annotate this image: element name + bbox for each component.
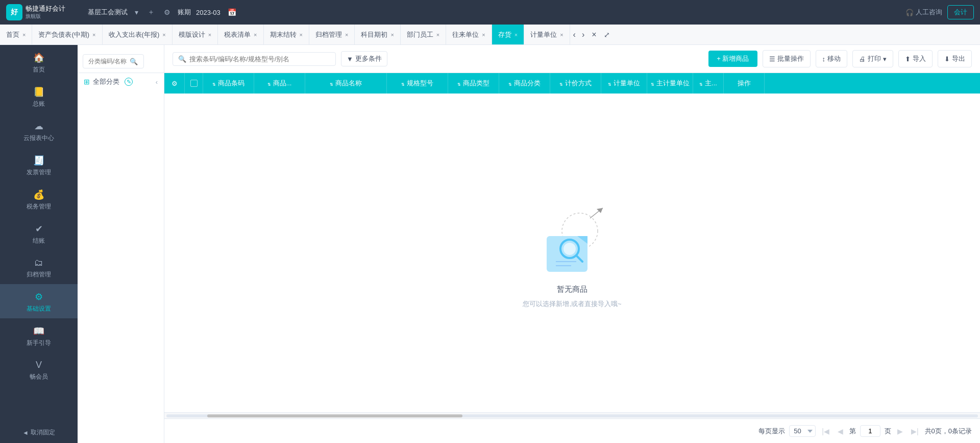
filter-icon: ▼ <box>347 55 353 63</box>
export-button[interactable]: ⬇ 导出 <box>938 50 972 67</box>
tab-income-close[interactable]: × <box>162 32 165 38</box>
scroll-thumb[interactable] <box>207 414 462 417</box>
tab-dept-label: 部门员工 <box>407 30 433 39</box>
sidebar-item-tax[interactable]: 💰 税务管理 <box>0 182 78 216</box>
tab-dept[interactable]: 部门员工 × <box>401 25 446 45</box>
period-value: 2023-03 <box>196 9 220 16</box>
header-checkbox[interactable] <box>190 80 198 87</box>
page-prev-btn[interactable]: ◀ <box>836 426 845 436</box>
th-pricing[interactable]: ⇅ 计价方式 <box>550 73 601 94</box>
category-all[interactable]: ⊞ 全部分类 ✎ ‹ <box>78 73 164 90</box>
batch-operation-button[interactable]: ☰ 批量操作 <box>763 50 811 67</box>
tab-period[interactable]: 期末结转 × <box>264 25 309 45</box>
category-grid-icon: ⊞ <box>84 78 90 86</box>
page-size-select[interactable]: 20 50 100 <box>789 425 816 437</box>
tab-tax-close[interactable]: × <box>254 32 257 38</box>
tab-income[interactable]: 收入支出表(年报) × <box>103 25 173 45</box>
ledger-icon: 📒 <box>33 86 44 98</box>
tab-bar-expand[interactable]: ⤢ <box>601 31 613 39</box>
tab-dept-close[interactable]: × <box>436 32 439 38</box>
tab-balance-close[interactable]: × <box>92 32 95 38</box>
tab-contacts-close[interactable]: × <box>482 32 485 38</box>
tab-home[interactable]: 首页 × <box>0 25 32 45</box>
print-button[interactable]: 🖨 打印 ▾ <box>852 50 893 67</box>
edit-category-icon[interactable]: ✎ <box>125 78 133 86</box>
headphone-icon: 🎧 <box>905 9 914 16</box>
th-main-unit[interactable]: ⇅ 主计量单位 <box>647 73 693 94</box>
tab-unit-close[interactable]: × <box>560 32 563 38</box>
tab-archive[interactable]: 归档管理 × <box>309 25 355 45</box>
th-unit[interactable]: ⇅ 计量单位 <box>601 73 647 94</box>
sidebar-item-ledger[interactable]: 📒 总账 <box>0 79 78 113</box>
tab-archive-close[interactable]: × <box>345 32 348 38</box>
th-checkbox[interactable] <box>185 73 203 94</box>
tab-inventory-close[interactable]: × <box>514 32 518 38</box>
add-tab-icon[interactable]: ＋ <box>145 6 157 19</box>
import-button[interactable]: ⬆ 导入 <box>898 50 933 67</box>
tab-template[interactable]: 模版设计 × <box>173 25 218 45</box>
page-next-btn[interactable]: ▶ <box>895 426 905 436</box>
print-dropdown-icon[interactable]: ▾ <box>883 55 887 63</box>
th-category[interactable]: ⇅ 商品分类 <box>499 73 550 94</box>
tab-nav-prev[interactable]: ‹ <box>570 25 579 45</box>
tab-nav-next[interactable]: › <box>579 25 587 45</box>
table-area: ⚙ ⇅ 商品条码 ⇅ 商品... <box>164 73 980 443</box>
add-product-button[interactable]: + 新增商品 <box>708 51 757 67</box>
close-accounts-icon: ✔ <box>35 223 43 235</box>
sidebar-guide-label: 新手引导 <box>27 339 51 347</box>
sort-barcode-icon: ⇅ <box>212 80 216 87</box>
sidebar-item-close[interactable]: ✔ 结账 <box>0 216 78 250</box>
tab-subject-close[interactable]: × <box>390 32 394 38</box>
total-records: 共0页，0条记录 <box>925 427 972 436</box>
category-search-icon[interactable]: 🔍 <box>130 58 138 65</box>
th-type[interactable]: ⇅ 商品类型 <box>448 73 499 94</box>
scroll-track[interactable] <box>166 414 978 417</box>
kuaiji-button[interactable]: 会计 <box>947 5 974 19</box>
th-name[interactable]: ⇅ 商品名称 <box>305 73 387 94</box>
move-button[interactable]: ↕ 移动 <box>816 50 848 67</box>
tab-unit[interactable]: 计量单位 × <box>524 25 570 45</box>
filter-button[interactable]: ▼ 更多条件 <box>341 51 387 66</box>
page-input[interactable] <box>860 425 880 437</box>
company-name[interactable]: 基层工会测试 <box>88 8 128 17</box>
tab-period-close[interactable]: × <box>300 32 303 38</box>
cancel-fixed-btn[interactable]: ◄ 取消固定 <box>0 422 78 443</box>
main-toolbar: 🔍 ▼ 更多条件 + 新增商品 ☰ 批量操作 ↕ 移动 <box>164 45 980 73</box>
tab-template-close[interactable]: × <box>208 32 211 38</box>
th-spec[interactable]: ⇅ 规格型号 <box>387 73 448 94</box>
arrow-left-icon: ◄ <box>22 429 29 436</box>
human-service-btn[interactable]: 🎧 人工咨询 <box>905 8 942 17</box>
tab-home-close[interactable]: × <box>22 32 26 38</box>
sidebar-item-invoice[interactable]: 🧾 发票管理 <box>0 148 78 182</box>
sidebar-item-settings[interactable]: ⚙ 基础设置 <box>0 284 78 318</box>
sidebar-item-guide[interactable]: 📖 新手引导 <box>0 318 78 353</box>
empty-svg <box>531 198 613 279</box>
th-barcode[interactable]: ⇅ 商品条码 <box>203 73 254 94</box>
th-extra[interactable]: ⇅ 主... <box>693 73 724 94</box>
tab-bar-close[interactable]: × <box>587 30 600 39</box>
th-settings[interactable]: ⚙ <box>164 73 185 94</box>
tab-tax[interactable]: 税表清单 × <box>218 25 263 45</box>
tab-contacts[interactable]: 往来单位 × <box>446 25 492 45</box>
calendar-icon[interactable]: 📅 <box>226 6 238 18</box>
sidebar-invoice-label: 发票管理 <box>27 168 51 177</box>
sort-name-icon: ⇅ <box>330 80 333 87</box>
sidebar-item-member[interactable]: V 畅会员 <box>0 353 78 386</box>
main-search-input[interactable] <box>189 55 330 63</box>
sidebar-item-archive[interactable]: 🗂 归档管理 <box>0 250 78 284</box>
tab-subject[interactable]: 科目期初 × <box>355 25 400 45</box>
page-last-btn[interactable]: ▶| <box>909 426 921 436</box>
collapse-panel-icon[interactable]: ‹ <box>156 78 158 86</box>
tab-inventory[interactable]: 存货 × <box>492 25 524 45</box>
sidebar-home-label: 首页 <box>33 65 45 74</box>
tab-balance[interactable]: 资产负债表(中期) × <box>32 25 102 45</box>
guide-icon: 📖 <box>33 325 44 337</box>
dropdown-icon[interactable]: ▾ <box>133 6 140 18</box>
move-label: 移动 <box>827 54 841 63</box>
settings-icon[interactable]: ⚙ <box>162 6 173 18</box>
page-first-btn[interactable]: |◀ <box>820 426 831 436</box>
th-code[interactable]: ⇅ 商品... <box>254 73 305 94</box>
sidebar-item-report[interactable]: ☁ 云报表中心 <box>0 113 78 148</box>
sidebar-item-home[interactable]: 🏠 首页 <box>0 45 78 79</box>
import-icon: ⬆ <box>905 55 911 63</box>
